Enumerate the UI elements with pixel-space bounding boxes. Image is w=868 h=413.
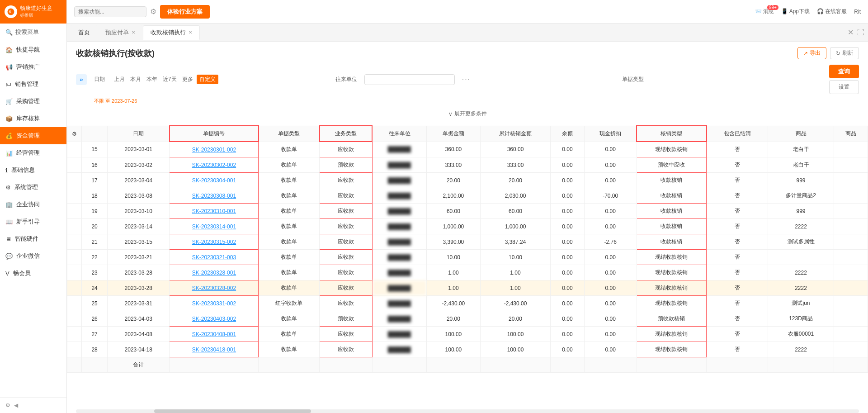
th-amount[interactable]: 单据金额 bbox=[426, 126, 480, 142]
th-include-settled[interactable]: 包含已结清 bbox=[707, 126, 768, 142]
sidebar-item-hardware[interactable]: 🖥 智能硬件 bbox=[0, 230, 66, 247]
settings-bottom-icon[interactable]: ⚙ bbox=[5, 402, 10, 408]
tab-close-all-button[interactable]: ✕ bbox=[848, 28, 854, 37]
sidebar-item-member[interactable]: V 畅会员 bbox=[0, 265, 66, 282]
td-checkbox bbox=[67, 250, 82, 265]
td-voucher-no[interactable]: SK-20230310-001 bbox=[170, 204, 259, 219]
td-voucher-no[interactable]: SK-20230408-001 bbox=[170, 327, 259, 342]
td-voucher-no[interactable]: SK-20230304-001 bbox=[170, 173, 259, 188]
sidebar-item-basic[interactable]: ℹ 基础信息 bbox=[0, 161, 66, 179]
online-service[interactable]: 🎧 在线客服 bbox=[817, 8, 847, 15]
td-voucher-no[interactable]: SK-20230314-001 bbox=[170, 219, 259, 234]
date-btn-more[interactable]: 更多 bbox=[180, 75, 195, 84]
user-name[interactable]: Rit bbox=[854, 9, 861, 15]
td-voucher-no[interactable]: SK-20230308-001 bbox=[170, 188, 259, 204]
tab-bar-actions: ✕ ⛶ bbox=[848, 28, 864, 37]
query-button[interactable]: 查询 bbox=[829, 65, 859, 78]
td-product: 老白干 bbox=[768, 142, 834, 157]
th-biz-type[interactable]: 业务类型 bbox=[320, 126, 373, 142]
td-voucher-no[interactable]: SK-20230331-002 bbox=[170, 296, 259, 311]
sidebar-label-basic: 基础信息 bbox=[11, 166, 35, 174]
refresh-icon: ↻ bbox=[836, 50, 840, 57]
sidebar-item-sales[interactable]: 🏷 销售管理 bbox=[0, 76, 66, 93]
td-amount: 333.00 bbox=[426, 157, 480, 173]
td-voucher-no[interactable]: SK-20230301-002 bbox=[170, 142, 259, 157]
td-date: 2023-03-28 bbox=[108, 265, 170, 280]
filter-settings-button[interactable]: 设置 bbox=[829, 80, 859, 94]
td-customer: ██████ bbox=[372, 157, 426, 173]
date-btn-this-year[interactable]: 本年 bbox=[145, 75, 159, 84]
date-btn-custom[interactable]: 自定义 bbox=[197, 75, 218, 84]
th-customer[interactable]: 往来单位 bbox=[372, 126, 426, 142]
td-voucher-no[interactable]: SK-20230315-002 bbox=[170, 234, 259, 250]
gear-icon[interactable]: ⚙ bbox=[150, 7, 156, 16]
td-verify-type: 现结收款核销 bbox=[637, 342, 707, 357]
th-product[interactable]: 商品 bbox=[768, 126, 834, 142]
td-product: 999 bbox=[768, 173, 834, 188]
date-btn-this-month[interactable]: 本月 bbox=[128, 75, 143, 84]
td-voucher-no[interactable]: SK-20230403-002 bbox=[170, 311, 259, 327]
th-product-img[interactable]: 商品 bbox=[834, 126, 868, 142]
footer-v7 bbox=[550, 357, 584, 373]
app-download[interactable]: 📱 App下载 bbox=[781, 8, 810, 15]
th-date[interactable]: 日期 bbox=[108, 126, 170, 142]
sidebar-item-finance[interactable]: 💰 资金管理 bbox=[0, 127, 66, 144]
th-verify-type[interactable]: 核销类型 bbox=[637, 126, 707, 142]
refresh-button[interactable]: ↻ 刷新 bbox=[830, 47, 859, 59]
sidebar-item-guide[interactable]: 📖 新手引导 bbox=[0, 213, 66, 230]
td-voucher-no[interactable]: SK-20230321-003 bbox=[170, 250, 259, 265]
tab-home[interactable]: 首页 bbox=[71, 25, 98, 40]
export-button[interactable]: ↗ 导出 bbox=[797, 47, 826, 59]
td-voucher-type: 收款单 bbox=[259, 342, 320, 357]
table-row: 212023-03-15SK-20230315-002收款单应收款██████3… bbox=[67, 234, 868, 250]
th-voucher-type[interactable]: 单据类型 bbox=[259, 126, 320, 142]
message-badge[interactable]: 📨 消息 99+ bbox=[755, 8, 774, 15]
tab-prepay[interactable]: 预应付单 ✕ bbox=[98, 25, 143, 40]
sidebar-item-inventory[interactable]: 📦 库存核算 bbox=[0, 110, 66, 127]
th-cash-discount[interactable]: 现金折扣 bbox=[584, 126, 637, 142]
td-voucher-no[interactable]: SK-20230328-002 bbox=[170, 280, 259, 296]
filter-expand-button[interactable]: » bbox=[76, 74, 87, 85]
tab-prepay-close[interactable]: ✕ bbox=[132, 30, 135, 35]
page-header: 收款核销执行(按收款) ↗ 导出 ↻ 刷新 bbox=[67, 42, 868, 59]
table-footer-row: 合计 bbox=[67, 357, 868, 373]
sidebar-item-corp[interactable]: 🏢 企业协同 bbox=[0, 196, 66, 213]
sidebar-item-purchase[interactable]: 🛒 采购管理 bbox=[0, 93, 66, 110]
td-voucher-no[interactable]: SK-20230418-001 bbox=[170, 342, 259, 357]
td-customer: ██████ bbox=[372, 280, 426, 296]
sidebar-item-system[interactable]: ⚙ 系统管理 bbox=[0, 179, 66, 196]
sidebar-item-operations[interactable]: 📊 经营管理 bbox=[0, 144, 66, 161]
td-voucher-no[interactable]: SK-20230302-002 bbox=[170, 157, 259, 173]
sidebar-item-quicknav[interactable]: 🏠 快捷导航 bbox=[0, 41, 66, 58]
td-biz-type: 预收款 bbox=[320, 157, 373, 173]
td-include-settled: 否 bbox=[707, 296, 768, 311]
td-biz-type: 应收款 bbox=[320, 219, 373, 234]
customer-input[interactable] bbox=[364, 74, 455, 85]
expand-more-conditions[interactable]: ∨ 展开更多条件 bbox=[76, 108, 859, 119]
th-settings[interactable]: ⚙ bbox=[67, 126, 82, 142]
tab-collection[interactable]: 收款核销执行 ✕ bbox=[143, 25, 200, 40]
scrollbar-thumb[interactable] bbox=[154, 409, 311, 413]
td-include-settled: 否 bbox=[707, 234, 768, 250]
td-amount: 360.00 bbox=[426, 142, 480, 157]
search-input[interactable] bbox=[74, 6, 146, 17]
horizontal-scrollbar[interactable] bbox=[76, 409, 859, 413]
th-voucher-no[interactable]: 单据编号 bbox=[170, 126, 259, 142]
sidebar-item-wecom[interactable]: 💬 企业微信 bbox=[0, 247, 66, 265]
sidebar-item-marketing[interactable]: 📢 营销推广 bbox=[0, 58, 66, 76]
tab-collection-close[interactable]: ✕ bbox=[189, 30, 192, 35]
solution-button[interactable]: 体验行业方案 bbox=[160, 5, 210, 19]
table-area[interactable]: ⚙ 日期 单据编号 单据类型 业务类型 往来单位 单据金额 累计核销金额 余额 … bbox=[67, 125, 868, 409]
th-verify-amount[interactable]: 累计核销金额 bbox=[481, 126, 551, 142]
date-btn-last-month[interactable]: 上月 bbox=[112, 75, 127, 84]
td-voucher-no[interactable]: SK-20230328-001 bbox=[170, 265, 259, 280]
collapse-icon[interactable]: ◀ bbox=[14, 402, 18, 408]
th-balance[interactable]: 余额 bbox=[550, 126, 584, 142]
top-bar-left: ⚙ 体验行业方案 bbox=[74, 5, 750, 19]
td-date: 2023-03-08 bbox=[108, 188, 170, 204]
sidebar-item-search[interactable]: 🔍 搜索菜单 bbox=[0, 24, 66, 41]
footer-v5 bbox=[426, 357, 480, 373]
tab-maximize-button[interactable]: ⛶ bbox=[857, 28, 864, 37]
date-btn-7days[interactable]: 近7天 bbox=[161, 75, 179, 84]
table-row: 202023-03-14SK-20230314-001收款单应收款██████1… bbox=[67, 219, 868, 234]
